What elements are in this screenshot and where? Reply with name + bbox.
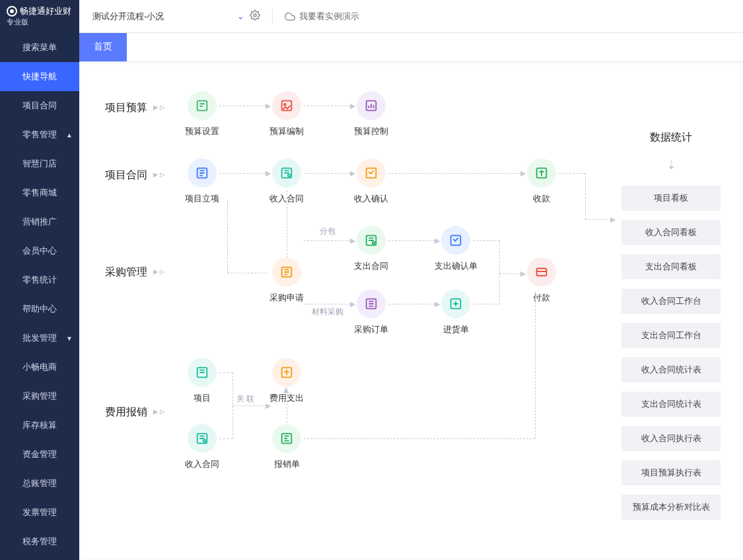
stat-btn-2[interactable]: 支出合同看板 [621,254,721,279]
node-purchase-req[interactable] [272,258,301,287]
chevron-down-icon: ⌄ [237,11,244,21]
svg-point-7 [288,174,291,177]
stat-btn-3[interactable]: 收入合同工作台 [621,289,721,314]
material-note: 材料采购 [312,306,343,318]
svg-point-0 [254,14,256,17]
svg-point-20 [203,440,206,442]
node-purchase-order[interactable] [357,289,386,318]
node-receipt[interactable] [527,158,556,188]
row-contract-label: 项目合同 [105,168,147,182]
stats-title: 数据统计 [650,131,692,145]
arrow-icon: ▸▹ [153,265,166,277]
node-goods-in-label: 进货单 [443,324,469,335]
node-income-confirm[interactable] [357,158,386,188]
stat-btn-8[interactable]: 项目预算执行表 [621,460,721,485]
stat-btn-5[interactable]: 收入合同统计表 [621,357,721,382]
triangle-down-icon: ▼ [66,335,73,342]
cloud-icon [285,11,295,22]
arrow-icon: ▸▹ [153,168,166,180]
sidebar-retail[interactable]: 零售管理▲ [0,120,79,149]
svg-point-11 [372,242,375,244]
stat-btn-7[interactable]: 收入合同执行表 [621,426,721,451]
node-goods-in[interactable] [441,289,470,318]
sidebar-inventory[interactable]: 库存核算 [0,411,79,440]
node-income-contract2-label: 收入合同 [185,458,219,470]
sidebar-search[interactable]: 搜索菜单 [0,33,79,62]
node-income-confirm-label: 收入确认 [354,193,388,205]
project-switcher[interactable]: 测试分开流程-小况 ⌄ [92,11,244,22]
related-note: 关 联 [236,394,254,405]
main-wrap: 搜索菜单 快捷导航 项目合同 零售管理▲ 智慧门店 零售商城 营销推广 会员中心… [0,33,743,560]
arrow-icon: ▸▹ [153,405,166,417]
logo-block: 畅捷通好业财 专业版 [0,0,79,33]
divider [272,9,273,24]
row-purchase-label: 采购管理 [105,265,147,279]
node-income-contract[interactable] [272,158,301,188]
sidebar-member[interactable]: 会员中心 [0,236,79,265]
node-purchase-req-label: 采购申请 [269,292,304,304]
stats-panel: 数据统计 ⇣ 项目看板 收入合同看板 支出合同看板 收入合同工作台 支出合同工作… [621,131,721,520]
node-payment[interactable] [527,258,556,287]
node-purchase-order-label: 采购订单 [354,324,388,335]
arrow-icon: ▸▹ [153,101,166,113]
triangle-up-icon: ▲ [66,131,73,139]
node-budget-set-label: 预算设置 [185,125,219,137]
sidebar-contract[interactable]: 项目合同 [0,91,79,120]
node-proj-setup-label: 项目立项 [185,193,219,205]
sidebar-wholesale[interactable]: 批发管理▼ [0,324,79,353]
brand-text: 畅捷通好业财 [20,5,71,17]
node-project[interactable] [188,358,217,387]
sidebar-tax[interactable]: 税务管理 [0,527,79,556]
arrow-down-icon: ⇣ [666,158,676,172]
subpkg-note: 分包 [320,226,336,237]
sidebar-funds[interactable]: 资金管理 [0,440,79,469]
node-expense-out[interactable] [272,358,301,387]
logo-icon [7,6,17,17]
sidebar-smartstore[interactable]: 智慧门店 [0,149,79,178]
sidebar-xce[interactable]: 小畅电商 [0,353,79,382]
sidebar-retailstat[interactable]: 零售统计 [0,265,79,295]
node-income-contract2[interactable] [188,424,217,453]
node-budget-ctrl-label: 预算控制 [354,125,388,137]
stat-btn-9[interactable]: 预算成本分析对比表 [621,495,721,520]
node-expend-contract[interactable] [357,226,386,255]
gear-icon[interactable] [250,10,260,22]
node-budget-set[interactable] [188,91,217,120]
node-reimburse[interactable] [272,424,301,453]
node-proj-setup[interactable] [188,158,217,188]
sidebar-quicknav[interactable]: 快捷导航 [0,62,79,91]
topbar: 畅捷通好业财 专业版 测试分开流程-小况 ⌄ 我要看实例演示 [0,0,743,33]
node-project-label: 项目 [194,392,211,404]
node-budget-make[interactable] [272,91,301,120]
edition-text: 专业版 [7,17,79,27]
sidebar-ledger[interactable]: 总账管理 [0,469,79,498]
tabbar: 首页 [79,33,743,62]
project-name: 测试分开流程-小况 [92,11,233,22]
node-receipt-label: 收款 [533,193,550,205]
workflow-canvas: 项目预算 ▸▹ 项目合同 ▸▹ 采购管理 ▸▹ 费用报销 ▸▹ 预算设置 ▶ 预… [82,65,740,557]
demo-link[interactable]: 我要看实例演示 [285,11,359,22]
stat-btn-0[interactable]: 项目看板 [621,186,721,211]
node-budget-make-label: 预算编制 [269,125,304,137]
node-budget-ctrl[interactable] [357,91,386,120]
sidebar-purchase[interactable]: 采购管理 [0,382,79,411]
node-reimburse-label: 报销单 [274,458,300,470]
row-budget-label: 项目预算 [105,101,147,115]
sidebar-mall[interactable]: 零售商城 [0,178,79,207]
content: 首页 项目预算 ▸▹ 项目合同 ▸▹ 采购管理 ▸▹ 费用报销 ▸▹ 预算设置 … [79,33,743,560]
svg-point-3 [284,104,286,106]
node-expend-contract-label: 支出合同 [354,260,388,272]
row-expense-label: 费用报销 [105,405,147,419]
tab-home[interactable]: 首页 [79,32,127,61]
sidebar-help[interactable]: 帮助中心 [0,295,79,324]
sidebar-marketing[interactable]: 营销推广 [0,207,79,236]
sidebar: 搜索菜单 快捷导航 项目合同 零售管理▲ 智慧门店 零售商城 营销推广 会员中心… [0,33,79,560]
sidebar-invoice[interactable]: 发票管理 [0,498,79,527]
node-expend-confirm-label: 支出确认单 [435,260,478,272]
stat-btn-1[interactable]: 收入合同看板 [621,220,721,245]
demo-text: 我要看实例演示 [299,11,359,22]
node-expend-confirm[interactable] [441,226,470,255]
stat-btn-4[interactable]: 支出合同工作台 [621,323,721,348]
stat-btn-6[interactable]: 支出合同统计表 [621,392,721,417]
